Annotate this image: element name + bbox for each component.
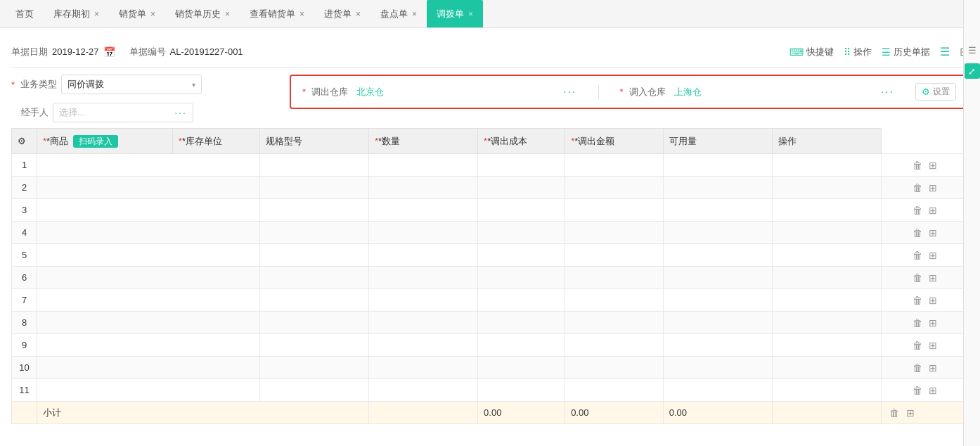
row-unit[interactable] [259, 244, 368, 267]
sidebar-expand-icon[interactable]: ⤢ [965, 63, 980, 79]
tab-inventory-check-close[interactable]: × [412, 9, 417, 19]
row-avail[interactable] [772, 244, 881, 267]
row-goods[interactable] [37, 357, 260, 379]
col-header-gear[interactable]: ⚙ [12, 129, 37, 154]
tab-view-sales-close[interactable]: × [299, 9, 304, 19]
row-spec[interactable] [369, 312, 478, 334]
copy-icon[interactable]: ⊞ [929, 272, 937, 283]
row-qty[interactable] [478, 267, 565, 289]
delete-icon[interactable]: 🗑 [913, 317, 922, 329]
row-spec[interactable] [369, 357, 478, 379]
copy-icon[interactable]: ⊞ [929, 182, 937, 193]
row-goods[interactable] [37, 244, 260, 267]
tab-transfer-close[interactable]: × [468, 9, 473, 19]
tab-sales-history-close[interactable]: × [225, 9, 230, 19]
row-amount[interactable] [663, 379, 772, 402]
row-unit[interactable] [259, 289, 368, 312]
tab-purchase[interactable]: 进货单 × [314, 0, 370, 27]
tab-transfer[interactable]: 调拨单 × [427, 0, 483, 27]
row-unit[interactable] [259, 379, 368, 402]
row-amount[interactable] [663, 312, 772, 334]
row-qty[interactable] [478, 379, 565, 402]
row-goods[interactable] [37, 267, 260, 289]
business-type-select[interactable]: 同价调拨 ▾ [61, 75, 202, 94]
tab-inventory-init-close[interactable]: × [94, 9, 99, 19]
copy-icon[interactable]: ⊞ [929, 385, 937, 396]
person-select[interactable]: 选择... ··· [53, 103, 193, 122]
delete-icon[interactable]: 🗑 [913, 205, 922, 216]
row-cost[interactable] [565, 357, 664, 379]
row-spec[interactable] [369, 154, 478, 177]
shortcut-button[interactable]: ⌨ 快捷键 [789, 46, 834, 58]
row-amount[interactable] [663, 334, 772, 357]
row-goods[interactable] [37, 154, 260, 177]
row-cost[interactable] [565, 199, 664, 222]
row-avail[interactable] [772, 289, 881, 312]
delete-icon[interactable]: 🗑 [913, 182, 922, 193]
subtotal-delete-icon[interactable]: 🗑 [889, 407, 899, 419]
row-goods[interactable] [37, 199, 260, 222]
sidebar-list-icon[interactable]: ☰ [965, 42, 980, 58]
row-qty[interactable] [478, 199, 565, 222]
row-goods[interactable] [37, 222, 260, 244]
row-cost[interactable] [565, 289, 664, 312]
row-cost[interactable] [565, 222, 664, 244]
delete-icon[interactable]: 🗑 [913, 362, 922, 374]
row-qty[interactable] [478, 289, 565, 312]
row-qty[interactable] [478, 154, 565, 177]
row-amount[interactable] [663, 244, 772, 267]
tab-inventory-init[interactable]: 库存期初 × [44, 0, 109, 27]
row-spec[interactable] [369, 199, 478, 222]
copy-icon[interactable]: ⊞ [929, 340, 937, 351]
row-amount[interactable] [663, 199, 772, 222]
row-avail[interactable] [772, 154, 881, 177]
delete-icon[interactable]: 🗑 [913, 160, 922, 171]
tab-sales-history[interactable]: 销货单历史 × [165, 0, 240, 27]
row-avail[interactable] [772, 379, 881, 402]
copy-icon[interactable]: ⊞ [929, 227, 937, 238]
copy-icon[interactable]: ⊞ [929, 205, 937, 216]
row-spec[interactable] [369, 267, 478, 289]
row-goods[interactable] [37, 334, 260, 357]
row-goods[interactable] [37, 289, 260, 312]
tab-view-sales[interactable]: 查看销货单 × [240, 0, 314, 27]
row-avail[interactable] [772, 177, 881, 199]
row-cost[interactable] [565, 154, 664, 177]
row-amount[interactable] [663, 267, 772, 289]
row-amount[interactable] [663, 177, 772, 199]
tab-purchase-close[interactable]: × [356, 9, 361, 19]
row-spec[interactable] [369, 334, 478, 357]
row-spec[interactable] [369, 289, 478, 312]
copy-icon[interactable]: ⊞ [929, 362, 937, 374]
row-amount[interactable] [663, 222, 772, 244]
scan-button[interactable]: 扫码录入 [73, 135, 118, 148]
person-more-icon[interactable]: ··· [174, 107, 187, 118]
history-button[interactable]: ☰ 历史单据 [882, 46, 930, 58]
row-avail[interactable] [772, 357, 881, 379]
tab-sales-order[interactable]: 销货单 × [109, 0, 165, 27]
row-qty[interactable] [478, 244, 565, 267]
row-avail[interactable] [772, 199, 881, 222]
tab-sales-order-close[interactable]: × [150, 9, 155, 19]
row-cost[interactable] [565, 177, 664, 199]
row-goods[interactable] [37, 312, 260, 334]
row-avail[interactable] [772, 267, 881, 289]
row-unit[interactable] [259, 312, 368, 334]
row-unit[interactable] [259, 199, 368, 222]
copy-icon[interactable]: ⊞ [929, 160, 937, 171]
row-qty[interactable] [478, 312, 565, 334]
warehouse-in-more-icon[interactable]: ··· [881, 86, 894, 98]
row-unit[interactable] [259, 267, 368, 289]
row-goods[interactable] [37, 379, 260, 402]
delete-icon[interactable]: 🗑 [913, 272, 922, 283]
delete-icon[interactable]: 🗑 [913, 227, 922, 238]
row-cost[interactable] [565, 379, 664, 402]
row-amount[interactable] [663, 357, 772, 379]
warehouse-out-more-icon[interactable]: ··· [563, 86, 576, 98]
row-goods[interactable] [37, 177, 260, 199]
copy-icon[interactable]: ⊞ [929, 295, 937, 306]
row-spec[interactable] [369, 177, 478, 199]
row-avail[interactable] [772, 334, 881, 357]
row-qty[interactable] [478, 357, 565, 379]
delete-icon[interactable]: 🗑 [913, 250, 922, 261]
